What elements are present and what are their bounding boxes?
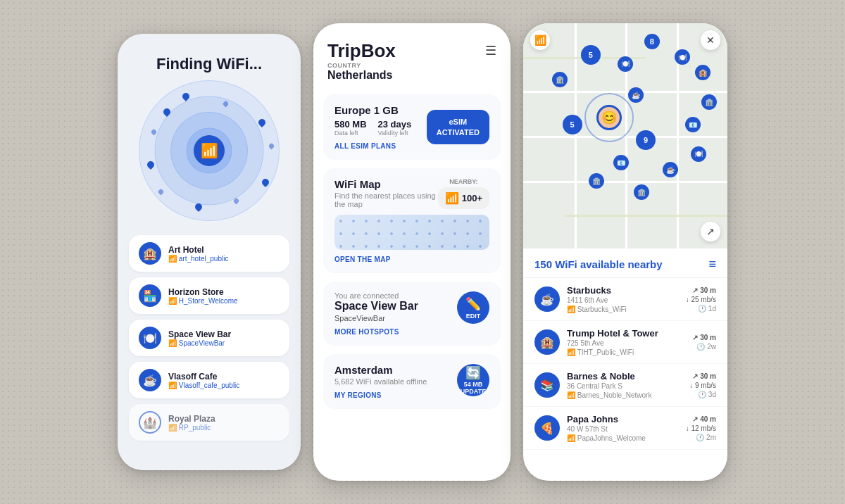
venue-distance: ↗ 30 m [692, 372, 716, 380]
store-icon: 🏪 [143, 289, 157, 303]
nearby-badge: NEARBY: 📶 100+ [438, 178, 489, 209]
venue-distance: ↗ 30 m [692, 286, 716, 294]
esim-activated-badge: eSIM ACTIVATED [427, 110, 489, 144]
map-pin-landmark2[interactable]: 🏛️ [589, 173, 604, 189]
update-icon: 🔄 [465, 365, 481, 381]
map-pin-hotel[interactable]: 🏨 [695, 65, 711, 80]
place-ssid: 📶 SpaceViewBar [168, 339, 231, 347]
hotel-icon2: 🏨 [540, 336, 554, 349]
road [564, 215, 727, 217]
list-item[interactable]: 🏨 Art Hotel 📶 art_hotel_public [129, 235, 289, 272]
venue-name: Trump Hotel & Tower [567, 328, 685, 339]
map-pin-landmark[interactable]: 🏛️ [701, 94, 717, 110]
map-pin-coffee2[interactable]: ☕ [628, 87, 644, 103]
wifi-center-icon: 📶 [201, 142, 218, 159]
map-pin-food2[interactable]: 🍽️ [691, 146, 706, 162]
connected-network-name: Space View Bar [334, 300, 418, 313]
venue-item-barnes[interactable]: 📚 Barnes & Noble 36 Central Park S 📶 Bar… [523, 364, 727, 407]
plan-name: Europe 1 GB [334, 104, 411, 116]
wifi-map-preview [334, 215, 489, 250]
plaza-icon: 🏰 [143, 416, 157, 429]
place-icon-bg: 🏪 [139, 284, 161, 307]
place-name: Royal Plaza [168, 414, 215, 424]
hamburger-menu[interactable]: ☰ [485, 43, 496, 58]
map-pin-number9[interactable]: 9 [636, 130, 656, 150]
validity-label: Validity left [378, 130, 412, 137]
country-label: COUNTRY [327, 62, 396, 69]
map-area: 8 🍽️ 🏨 🏛️ 📧 🍽️ ☕ 9 📧 🏛️ 5 🏛️ 5 🍽️ ☕ 🏛️ 😊 [523, 23, 727, 248]
wifi-place-list: 🏨 Art Hotel 📶 art_hotel_public 🏪 Horizon… [129, 235, 289, 441]
place-icon-bg: 🏨 [139, 242, 161, 265]
venue-distance: ↗ 40 m [692, 415, 716, 423]
map-pin-number5b[interactable]: 5 [581, 45, 601, 65]
venue-name: Papa Johns [567, 414, 679, 424]
screen1-title: Finding WiFi... [156, 55, 262, 73]
country-name: Netherlands [327, 69, 396, 82]
esim-plans-link[interactable]: ALL eSIM PLANS [334, 142, 411, 150]
place-icon-bg: ☕ [139, 369, 161, 391]
venue-speed: ↓ 12 mb/s [686, 424, 716, 432]
map-pin-mail2[interactable]: 📧 [613, 155, 629, 170]
venue-item-trump[interactable]: 🏨 Trump Hotel & Tower 725 5th Ave 📶 TIHT… [523, 321, 727, 364]
more-hotspots-link[interactable]: MORE HOTSPOTS [334, 328, 418, 336]
wifi-count: 150 [534, 258, 552, 270]
place-ssid: 📶 art_hotel_public [168, 255, 228, 263]
list-item[interactable]: ☕ Vlasoff Cafe 📶 Vlasoff_cafe_public [129, 362, 289, 398]
connected-ssid: SpaceViewBar [334, 314, 418, 322]
map-pin-number5a[interactable]: 5 [563, 115, 582, 134]
esim-card: Europe 1 GB 580 MB Data left 23 days Val… [323, 94, 501, 160]
map-pin-landmark3[interactable]: 🏛️ [552, 72, 568, 87]
edit-button[interactable]: ✏️ EDIT [457, 291, 489, 324]
edit-label: EDIT [466, 313, 481, 320]
place-ssid: 📶 RP_public [168, 424, 215, 431]
user-location-pin: 😊 [596, 105, 622, 130]
hotel-icon: 🏨 [143, 247, 157, 260]
venue-address: 725 5th Ave [567, 339, 685, 347]
amsterdam-sub: 5,682 WiFi available offline [334, 377, 427, 386]
place-ssid: 📶 H_Store_Welcome [168, 297, 238, 305]
filter-icon[interactable]: ≡ [708, 257, 716, 272]
connected-card: You are connected Space View Bar SpaceVi… [323, 282, 501, 346]
map-background: 8 🍽️ 🏨 🏛️ 📧 🍽️ ☕ 9 📧 🏛️ 5 🏛️ 5 🍽️ ☕ 🏛️ 😊 [523, 23, 727, 248]
map-pin-number[interactable]: 8 [644, 34, 660, 49]
papajohns-icon-bg: 🍕 [534, 415, 560, 441]
venue-speed: ↓ 25 mb/s [686, 296, 716, 303]
map-pin-coffee[interactable]: ☕ [663, 162, 678, 177]
update-button[interactable]: 🔄 54 MB UPDATE [457, 364, 489, 396]
venue-distance: ↗ 30 m [692, 334, 716, 341]
update-size: 54 MB [464, 381, 483, 388]
cafe-icon: ☕ [143, 374, 157, 387]
list-item[interactable]: 🍽️ Space View Bar 📶 SpaceViewBar [129, 320, 289, 356]
my-regions-link[interactable]: MY REGIONS [334, 391, 427, 399]
screen2-tripbox: TripBox COUNTRY Netherlands ☰ Europe 1 G… [313, 23, 511, 481]
open-map-link[interactable]: OPEN THE MAP [334, 256, 489, 263]
location-arrow-icon: ↗ [706, 226, 715, 237]
venue-time: 🕐 2w [696, 343, 716, 351]
map-pin-landmark4[interactable]: 🏛️ [634, 184, 649, 200]
venue-address: 36 Central Park S [567, 382, 682, 390]
starbucks-icon-bg: ☕ [534, 286, 560, 312]
map-pin-food[interactable]: 🍽️ [675, 49, 690, 65]
place-name: Art Hotel [168, 245, 228, 255]
map-wifi-button[interactable]: 📶 [530, 30, 550, 50]
venue-list: ☕ Starbucks 1411 6th Ave 📶 Starbucks_WiF… [523, 278, 727, 481]
close-icon: ✕ [706, 34, 715, 46]
map-location-button[interactable]: ↗ [701, 222, 720, 241]
user-avatar-icon: 😊 [601, 110, 617, 125]
map-close-button[interactable]: ✕ [701, 30, 720, 50]
wifi-map-desc: Find the nearest places using the map [334, 191, 438, 208]
nearby-count: 100+ [462, 193, 482, 203]
list-item[interactable]: 🏪 Horizon Store 📶 H_Store_Welcome [129, 277, 289, 314]
map-pin-mail[interactable]: 📧 [685, 117, 701, 132]
nearby-count-text: 150 WiFi available nearby [534, 258, 663, 270]
amsterdam-name: Amsterdam [334, 364, 427, 376]
validity: 23 days [378, 119, 412, 130]
place-name: Horizon Store [168, 287, 238, 297]
list-item[interactable]: 🏰 Royal Plaza 📶 RP_public [129, 404, 289, 441]
radar-center: 📶 [194, 135, 225, 166]
venue-item-papa-johns[interactable]: 🍕 Papa Johns 40 W 57th St 📶 PapaJohns_We… [523, 407, 727, 450]
venue-ssid: 📶 PapaJohns_Welcome [567, 434, 679, 442]
map-pin-food3[interactable]: 🍽️ [618, 56, 633, 72]
venue-item-starbucks[interactable]: ☕ Starbucks 1411 6th Ave 📶 Starbucks_WiF… [523, 278, 727, 321]
amsterdam-offline-card: Amsterdam 5,682 WiFi available offline M… [323, 354, 501, 409]
